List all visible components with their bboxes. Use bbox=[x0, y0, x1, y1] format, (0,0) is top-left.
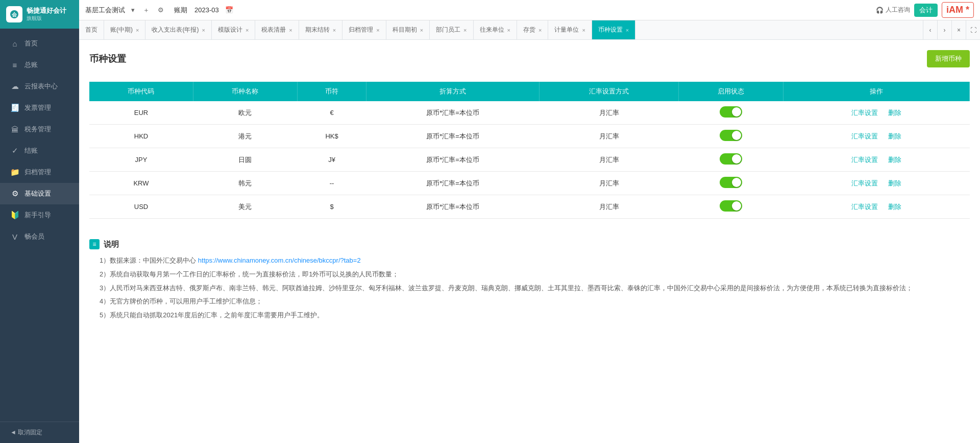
tab-close-icon[interactable]: × bbox=[246, 27, 249, 33]
new-currency-button[interactable]: 新增币种 bbox=[927, 50, 970, 67]
cell-enabled bbox=[679, 101, 783, 125]
tabbar: 首页 账(中期) × 收入支出表(年报) × 模版设计 × 税表清册 × 期末结… bbox=[79, 20, 980, 40]
sidebar-item-reports[interactable]: ☁ 云报表中心 bbox=[0, 76, 79, 97]
content-area: 币种设置 新增币种 币种代码 币种名称 币符 折算方式 汇率设置方式 启用状态 … bbox=[79, 40, 980, 443]
tab-close-icon[interactable]: × bbox=[376, 27, 379, 33]
tab-close-icon[interactable]: × bbox=[289, 27, 292, 33]
delete-button[interactable]: 删除 bbox=[888, 109, 901, 116]
tab-inventory[interactable]: 存货 × bbox=[517, 20, 548, 40]
tab-subject-init[interactable]: 科目期初 × bbox=[386, 20, 430, 40]
table-row: EUR 欧元 € 原币*汇率=本位币 月汇率 汇率设置 删除 bbox=[89, 101, 970, 125]
cell-actions: 汇率设置 删除 bbox=[783, 172, 969, 195]
tab-next-button[interactable]: › bbox=[937, 20, 951, 40]
toggle-track[interactable] bbox=[720, 153, 742, 165]
cell-actions: 汇率设置 删除 bbox=[783, 125, 969, 148]
sidebar-item-invoice[interactable]: 🧾 发票管理 bbox=[0, 97, 79, 119]
cell-actions: 汇率设置 删除 bbox=[783, 195, 969, 219]
dropdown-icon[interactable]: ▾ bbox=[129, 5, 137, 15]
tab-close-icon[interactable]: × bbox=[463, 27, 467, 33]
tab-dept-staff[interactable]: 部门员工 × bbox=[430, 20, 473, 40]
sidebar-item-label: 归档管理 bbox=[24, 168, 51, 177]
tab-period-transfer[interactable]: 期末结转 × bbox=[299, 20, 342, 40]
sidebar-item-tax[interactable]: 🏛 税务管理 bbox=[0, 119, 79, 140]
add-icon[interactable]: ＋ bbox=[141, 5, 152, 16]
cell-enabled bbox=[679, 125, 783, 148]
headset-icon: 🎧 bbox=[876, 7, 884, 14]
sidebar-item-close[interactable]: ✓ 结账 bbox=[0, 140, 79, 161]
tab-unit[interactable]: 计量单位 × bbox=[548, 20, 592, 40]
rate-setting-button[interactable]: 汇率设置 bbox=[851, 109, 878, 116]
tab-close-all-button[interactable]: × bbox=[951, 20, 966, 40]
tab-template[interactable]: 模版设计 × bbox=[212, 20, 255, 40]
delete-button[interactable]: 删除 bbox=[888, 203, 901, 211]
settings-icon: ⚙ bbox=[10, 189, 19, 198]
rate-setting-button[interactable]: 汇率设置 bbox=[851, 179, 878, 187]
toggle-switch[interactable] bbox=[720, 106, 742, 118]
toggle-track[interactable] bbox=[720, 177, 742, 188]
tab-expand-button[interactable]: ⛶ bbox=[966, 20, 980, 40]
notice-link[interactable]: https://www.chinamoney.com.cn/chinese/bk… bbox=[198, 257, 361, 264]
sidebar-item-home[interactable]: ⌂ 首页 bbox=[0, 33, 79, 54]
cell-code: USD bbox=[89, 195, 193, 219]
tab-currency[interactable]: 币种设置 × bbox=[592, 20, 635, 40]
sidebar-item-archive[interactable]: 📁 归档管理 bbox=[0, 161, 79, 183]
tab-close-icon[interactable]: × bbox=[538, 27, 542, 33]
toggle-switch[interactable] bbox=[720, 177, 742, 188]
iamstar-badge[interactable]: iAM * bbox=[942, 2, 974, 18]
invoice-icon: 🧾 bbox=[10, 103, 19, 112]
delete-button[interactable]: 删除 bbox=[888, 156, 901, 164]
tab-close-icon[interactable]: × bbox=[626, 27, 629, 33]
service-button[interactable]: 🎧 人工咨询 bbox=[876, 6, 910, 14]
sidebar-item-guide[interactable]: 🔰 新手引导 bbox=[0, 204, 79, 226]
tab-close-icon[interactable]: × bbox=[582, 27, 585, 33]
tab-close-icon[interactable]: × bbox=[202, 27, 205, 33]
table-row: USD 美元 $ 原币*汇率=本位币 月汇率 汇率设置 删除 bbox=[89, 195, 970, 219]
cell-rate-type: 月汇率 bbox=[539, 172, 678, 195]
settings-gear-icon[interactable]: ⚙ bbox=[156, 5, 166, 15]
tab-close-icon[interactable]: × bbox=[420, 27, 423, 33]
toggle-track[interactable] bbox=[720, 200, 742, 212]
currency-table: 币种代码 币种名称 币符 折算方式 汇率设置方式 启用状态 操作 EUR 欧元 … bbox=[89, 82, 970, 219]
sidebar-item-label: 发票管理 bbox=[24, 103, 51, 112]
toggle-switch[interactable] bbox=[720, 200, 742, 212]
sidebar-item-settings[interactable]: ⚙ 基础设置 bbox=[0, 183, 79, 204]
cell-calc: 原币*汇率=本位币 bbox=[366, 101, 540, 125]
cell-name: 欧元 bbox=[193, 101, 297, 125]
rate-setting-button[interactable]: 汇率设置 bbox=[851, 132, 878, 140]
tab-period[interactable]: 账(中期) × bbox=[104, 20, 145, 40]
sidebar-pin-toggle[interactable]: ◄ 取消固定 bbox=[0, 422, 79, 443]
notice-item: 4）无官方牌价的币种，可以用用户手工维护汇率信息； bbox=[100, 296, 970, 307]
delete-button[interactable]: 删除 bbox=[888, 179, 901, 187]
kuaiji-button[interactable]: 会计 bbox=[914, 4, 938, 17]
cell-code: KRW bbox=[89, 172, 193, 195]
tab-tax-list[interactable]: 税表清册 × bbox=[255, 20, 299, 40]
sidebar-item-vip[interactable]: V 畅会员 bbox=[0, 226, 79, 247]
cell-calc: 原币*汇率=本位币 bbox=[366, 195, 540, 219]
delete-button[interactable]: 删除 bbox=[888, 132, 901, 140]
col-code: 币种代码 bbox=[89, 82, 193, 101]
sidebar-item-label: 新手引导 bbox=[24, 211, 51, 220]
tab-prev-button[interactable]: ‹ bbox=[923, 20, 937, 40]
toggle-track[interactable] bbox=[720, 106, 742, 118]
home-icon: ⌂ bbox=[10, 39, 19, 48]
cell-actions: 汇率设置 删除 bbox=[783, 148, 969, 172]
cell-name: 美元 bbox=[193, 195, 297, 219]
calendar-icon[interactable]: 📅 bbox=[223, 5, 235, 15]
tab-archive-mgmt[interactable]: 归档管理 × bbox=[342, 20, 386, 40]
toggle-switch[interactable] bbox=[720, 153, 742, 165]
toggle-switch[interactable] bbox=[720, 130, 742, 141]
rate-setting-button[interactable]: 汇率设置 bbox=[851, 156, 878, 164]
sidebar-item-ledger[interactable]: ≡ 总账 bbox=[0, 54, 79, 76]
notice-title: ≡ 说明 bbox=[89, 239, 970, 249]
tab-annual-report[interactable]: 收入支出表(年报) × bbox=[145, 20, 211, 40]
tab-close-icon[interactable]: × bbox=[333, 27, 336, 33]
tabbar-arrows: ‹ › × ⛶ bbox=[923, 20, 980, 40]
sidebar-nav: ⌂ 首页 ≡ 总账 ☁ 云报表中心 🧾 发票管理 🏛 税务管理 ✓ 结账 📁 归… bbox=[0, 29, 79, 422]
tab-counterparty[interactable]: 往来单位 × bbox=[474, 20, 517, 40]
rate-setting-button[interactable]: 汇率设置 bbox=[851, 203, 878, 211]
tab-close-icon[interactable]: × bbox=[136, 27, 139, 33]
cell-code: EUR bbox=[89, 101, 193, 125]
tab-home[interactable]: 首页 bbox=[79, 20, 104, 40]
toggle-track[interactable] bbox=[720, 130, 742, 141]
tab-close-icon[interactable]: × bbox=[507, 27, 510, 33]
